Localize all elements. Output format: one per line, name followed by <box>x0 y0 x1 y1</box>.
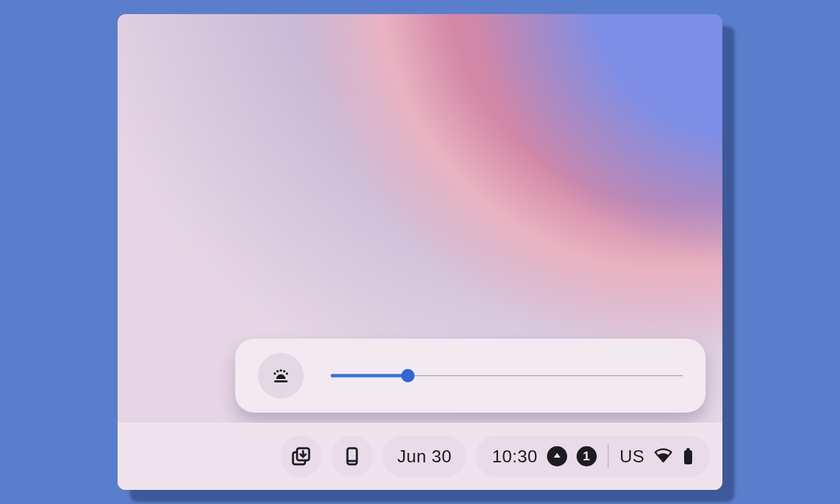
svg-point-3 <box>283 370 286 373</box>
date-label: Jun 30 <box>397 446 452 467</box>
brightness-popup <box>235 339 706 413</box>
svg-rect-11 <box>687 448 690 451</box>
svg-rect-5 <box>274 380 288 382</box>
brightness-slider[interactable] <box>331 372 683 379</box>
status-divider <box>607 444 609 468</box>
battery-icon <box>682 447 694 466</box>
wifi-icon <box>654 447 673 466</box>
brightness-icon <box>267 362 294 389</box>
phone-icon <box>342 446 362 466</box>
brightness-toggle-button[interactable] <box>258 353 304 398</box>
download-square-icon <box>290 446 312 467</box>
phone-hub-button[interactable] <box>331 435 373 477</box>
input-method-label: US <box>620 446 644 467</box>
slider-thumb[interactable] <box>401 369 415 382</box>
time-label: 10:30 <box>492 446 538 467</box>
desktop-screenshot: Jun 30 10:30 1 US <box>118 14 722 490</box>
svg-rect-10 <box>684 450 692 464</box>
slider-fill <box>331 374 408 378</box>
shelf: Jun 30 10:30 1 US <box>118 423 722 490</box>
calendar-button[interactable]: Jun 30 <box>382 435 466 477</box>
svg-point-4 <box>286 372 288 375</box>
notification-count-label: 1 <box>583 449 590 464</box>
upload-indicator-icon <box>547 446 567 466</box>
svg-point-0 <box>274 372 276 375</box>
holding-space-button[interactable] <box>280 435 322 477</box>
svg-point-1 <box>276 370 279 373</box>
status-tray[interactable]: 10:30 1 US <box>476 435 710 477</box>
notification-count-badge: 1 <box>577 446 597 466</box>
svg-point-2 <box>280 369 282 372</box>
